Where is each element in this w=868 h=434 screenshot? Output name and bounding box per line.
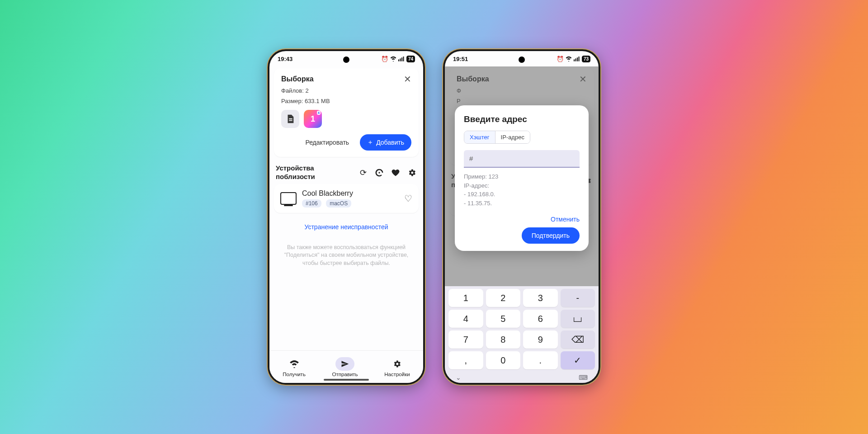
key-5[interactable]: 5 xyxy=(486,310,521,328)
hint-ip2: - 11.35.75. xyxy=(464,199,580,208)
screen: Выборка ✕ Ф Р Успо Вы также можете воспо… xyxy=(445,66,599,383)
phone-right: 19:51 ⏰ 73 Выборка ✕ Ф Р Успо Вы также м… xyxy=(443,49,600,385)
svg-rect-3 xyxy=(403,57,404,61)
home-indicator[interactable] xyxy=(324,379,369,381)
alarm-icon: ⏰ xyxy=(557,56,564,62)
numeric-keyboard: 1 2 3 - 4 5 6 ⌴ 7 8 9 ⌫ , 0 . ✓ xyxy=(445,286,599,383)
key-2[interactable]: 2 xyxy=(486,289,521,307)
add-button-label: Добавить xyxy=(376,139,404,146)
troubleshoot-link[interactable]: Устранение неисправностей xyxy=(305,223,388,231)
device-card[interactable]: Cool Blackberry #106 macOS ♡ xyxy=(274,184,419,213)
plus-icon: ＋ xyxy=(367,138,373,146)
dialog-title: Введите адрес xyxy=(464,114,580,124)
settings-icon[interactable] xyxy=(407,168,417,178)
nearby-title: Устройства поблизости xyxy=(276,164,330,181)
edit-button[interactable]: Редактировать xyxy=(298,134,356,151)
svg-point-4 xyxy=(378,172,380,173)
screen: Выборка ✕ Файлов: 2 Размер: 633.1 MB 1 Р… xyxy=(269,66,423,383)
key-period[interactable]: . xyxy=(523,351,558,369)
key-6[interactable]: 6 xyxy=(523,310,558,328)
laptop-icon xyxy=(280,192,297,205)
cancel-button[interactable]: Отменить xyxy=(551,216,580,223)
key-9[interactable]: 9 xyxy=(523,330,558,349)
favorite-device-icon[interactable]: ♡ xyxy=(404,193,412,204)
key-8[interactable]: 8 xyxy=(486,330,521,349)
hint-ip-label: IP-адрес: xyxy=(464,181,580,190)
wifi-icon xyxy=(566,56,572,61)
nav-send[interactable]: Отправить xyxy=(332,357,358,377)
files-count: Файлов: 2 xyxy=(281,87,411,94)
wifi-icon xyxy=(285,357,304,371)
key-4[interactable]: 4 xyxy=(448,310,483,328)
svg-rect-0 xyxy=(398,59,399,61)
files-size: Размер: 633.1 MB xyxy=(281,98,411,104)
key-1[interactable]: 1 xyxy=(448,289,483,307)
nav-receive-label: Получить xyxy=(283,372,306,377)
nav-settings-label: Настройки xyxy=(384,372,410,377)
svg-rect-6 xyxy=(575,58,576,61)
keyboard-switch-icon[interactable]: ⌨ xyxy=(579,374,588,381)
key-space[interactable]: ⌴ xyxy=(561,310,595,328)
battery-icon: 73 xyxy=(582,56,590,62)
front-camera xyxy=(343,57,349,63)
sync-icon[interactable]: ⟳ xyxy=(358,168,368,178)
gear-icon xyxy=(387,357,406,371)
key-backspace[interactable]: ⌫ xyxy=(561,330,595,349)
hint-example: Пример: 123 xyxy=(464,172,580,181)
device-name: Cool Blackberry xyxy=(302,189,399,198)
favorite-icon[interactable] xyxy=(391,168,401,178)
selection-title: Выборка xyxy=(281,75,314,83)
status-time: 19:43 xyxy=(278,56,292,62)
tab-hashtag[interactable]: Хэштег xyxy=(464,131,495,143)
share-hint: Вы также можете воспользоваться функцией… xyxy=(274,244,419,268)
device-tag-os: macOS xyxy=(326,199,351,208)
nav-settings[interactable]: Настройки xyxy=(384,357,410,377)
status-time: 19:51 xyxy=(453,56,468,62)
file-thumb-app[interactable]: 1 xyxy=(304,110,322,128)
file-thumbs: 1 xyxy=(281,110,411,128)
bottom-nav: Получить Отправить Настройки xyxy=(269,350,423,383)
status-icons: ⏰ 74 xyxy=(381,56,415,62)
svg-rect-2 xyxy=(401,57,402,61)
key-3[interactable]: 3 xyxy=(523,289,558,307)
key-enter[interactable]: ✓ xyxy=(561,351,595,369)
send-icon xyxy=(335,357,354,371)
front-camera xyxy=(519,57,525,63)
dialog-hints: Пример: 123 IP-адрес: - 192.168.0. - 11.… xyxy=(464,172,580,208)
alarm-icon: ⏰ xyxy=(381,56,388,62)
status-icons: ⏰ 73 xyxy=(557,56,590,62)
phone-left: 19:43 ⏰ 74 Выборка ✕ Файлов: 2 Размер: 6… xyxy=(268,49,425,385)
add-button[interactable]: ＋ Добавить xyxy=(360,134,411,151)
selection-card: Выборка ✕ Файлов: 2 Размер: 633.1 MB 1 Р… xyxy=(274,68,419,157)
key-0[interactable]: 0 xyxy=(486,351,521,369)
address-dialog: Введите адрес Хэштег IP-адрес Пример: 12… xyxy=(455,105,589,251)
tab-ip[interactable]: IP-адрес xyxy=(495,131,530,143)
nav-send-label: Отправить xyxy=(332,372,358,377)
key-7[interactable]: 7 xyxy=(448,330,483,349)
signal-icon xyxy=(398,56,405,61)
battery-icon: 74 xyxy=(406,56,415,62)
key-comma[interactable]: , xyxy=(448,351,483,369)
radar-icon[interactable] xyxy=(374,168,384,178)
close-icon[interactable]: ✕ xyxy=(404,75,411,84)
device-tag-id: #106 xyxy=(302,199,321,208)
key-dash[interactable]: - xyxy=(561,289,595,307)
nav-receive[interactable]: Получить xyxy=(283,357,306,377)
signal-icon xyxy=(574,56,580,61)
svg-rect-5 xyxy=(574,59,575,61)
address-type-tabs: Хэштег IP-адрес xyxy=(464,131,530,144)
confirm-button[interactable]: Подтвердить xyxy=(522,227,580,244)
file-thumb-document[interactable] xyxy=(281,110,299,128)
svg-rect-1 xyxy=(400,58,401,61)
svg-rect-8 xyxy=(578,57,579,61)
keyboard-collapse-icon[interactable]: ⌄ xyxy=(456,374,461,381)
svg-rect-7 xyxy=(577,57,578,61)
nearby-section-header: Устройства поблизости ⟳ xyxy=(274,163,419,184)
address-input[interactable] xyxy=(464,150,580,168)
hint-ip1: - 192.168.0. xyxy=(464,190,580,199)
wifi-icon xyxy=(390,56,396,61)
